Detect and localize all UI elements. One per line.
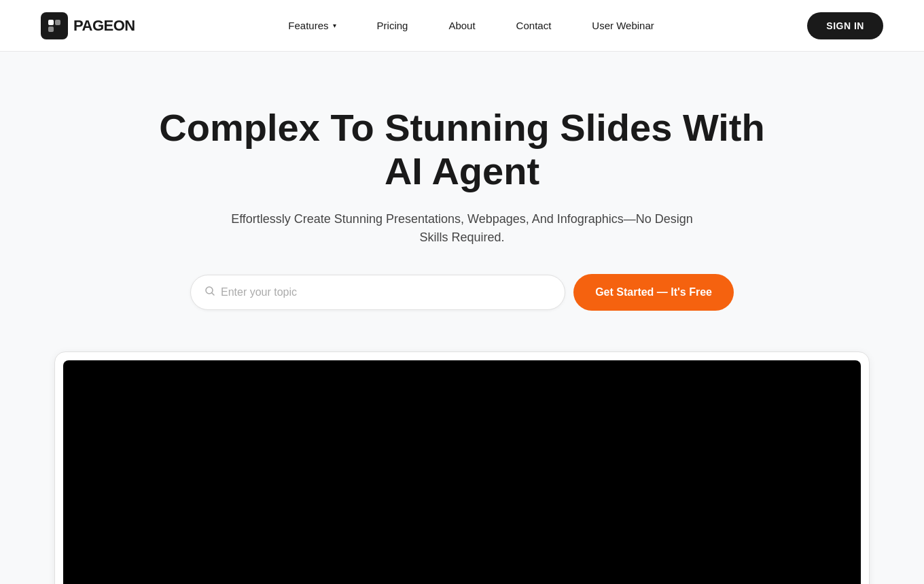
svg-rect-0 [48, 20, 54, 25]
main-nav: Features ▾ Pricing About Contact User We… [268, 0, 674, 52]
nav-user-webinar[interactable]: User Webinar [571, 0, 674, 52]
svg-line-4 [212, 292, 215, 295]
logo[interactable]: PAGEON [41, 12, 135, 39]
nav-about[interactable]: About [428, 0, 495, 52]
preview-section [41, 351, 883, 584]
sign-in-button[interactable]: SIGN IN [807, 12, 883, 39]
logo-icon [41, 12, 68, 39]
nav-features[interactable]: Features ▾ [268, 0, 356, 52]
nav-pricing[interactable]: Pricing [357, 0, 429, 52]
svg-rect-1 [55, 20, 60, 25]
hero-subtitle: Effortlessly Create Stunning Presentatio… [224, 210, 700, 247]
chevron-down-icon: ▾ [333, 22, 336, 29]
logo-text: PAGEON [73, 17, 135, 35]
hero-section: Complex To Stunning Slides With AI Agent… [0, 52, 924, 584]
topic-input[interactable] [221, 278, 559, 307]
search-container: Get Started — It's Free [190, 274, 734, 311]
header: PAGEON Features ▾ Pricing About Contact … [0, 0, 924, 52]
hero-title: Complex To Stunning Slides With AI Agent [156, 106, 768, 194]
nav-contact[interactable]: Contact [496, 0, 572, 52]
video-preview [63, 360, 861, 584]
preview-outer [54, 351, 870, 584]
get-started-button[interactable]: Get Started — It's Free [573, 274, 734, 311]
search-input-wrapper [190, 275, 565, 310]
svg-rect-2 [48, 27, 54, 32]
search-icon [205, 286, 215, 299]
